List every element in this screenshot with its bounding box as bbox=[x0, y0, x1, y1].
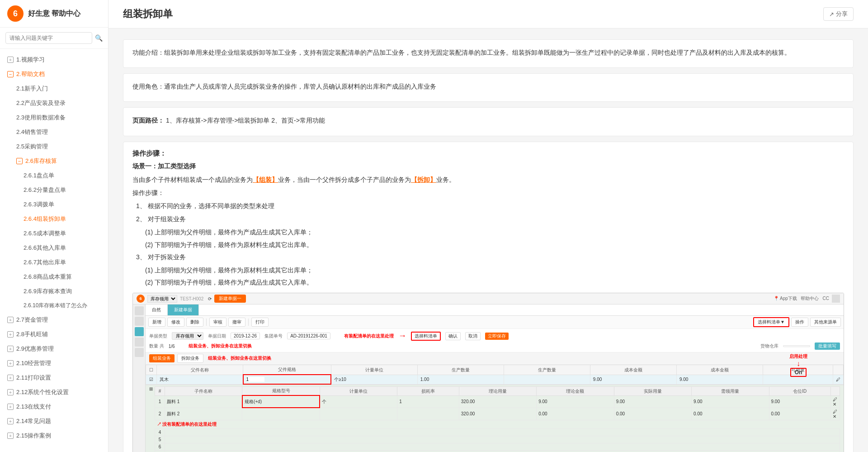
nav-tree: + 1.视频学习 − 2.帮助文档 2.1新手入门 2.2产品安装及登录 2.3… bbox=[0, 49, 108, 452]
empty-seq4: 4 bbox=[155, 428, 165, 436]
bth-name: 子件名称 bbox=[165, 387, 242, 396]
parent-input-field[interactable] bbox=[246, 377, 264, 382]
sidebar-item-inbound[interactable]: 2.6.6其他入库单 bbox=[0, 241, 108, 255]
mock-btn-confirm[interactable]: 确认 bbox=[445, 332, 461, 340]
empty-content5 bbox=[165, 436, 840, 443]
sidebar-item-mobile[interactable]: + 2.8手机旺辅 bbox=[0, 327, 108, 342]
sidebar-item-stockcheck[interactable]: 2.6.9库存账本查询 bbox=[0, 284, 108, 299]
disassemble-type-btn[interactable]: 拆卸业务 bbox=[177, 354, 203, 363]
sidebar-item-print[interactable]: + 2.11打印设置 bbox=[0, 371, 108, 385]
annotation-arrow1: → bbox=[398, 331, 406, 341]
sidebar-header: 6 好生意 帮助中心 bbox=[0, 0, 108, 28]
sidebar-item-sysconfig[interactable]: + 2.12系统个性化设置 bbox=[0, 385, 108, 400]
mock-btn-new[interactable]: 新增 bbox=[148, 318, 165, 327]
sidebar-item-sales[interactable]: 2.4销售管理 bbox=[0, 125, 108, 139]
page-header: 组装拆卸单 ↗ 分享 bbox=[108, 0, 868, 29]
td-check: ☑ bbox=[146, 375, 157, 384]
step3-text: 对于拆装业务 bbox=[148, 253, 186, 261]
sidebar-item-label: 2.6.10库存账本错了怎么办 bbox=[24, 302, 87, 309]
step3-sub2: (2) 下部明细为子件明细，最终作为产成品生成其它入库单。 bbox=[145, 277, 844, 288]
sidebar-item-partial[interactable]: 2.6.2分量盘点单 bbox=[0, 183, 108, 197]
sidebar-item-assembly[interactable]: 2.6.4组装拆卸单 bbox=[0, 212, 108, 226]
search-input[interactable] bbox=[5, 32, 92, 44]
mock-btn-approve[interactable]: 审核 bbox=[209, 318, 226, 327]
sidebar-item-video[interactable]: + 1.视频学习 bbox=[0, 52, 108, 67]
th-produce-qty: 生产数量 bbox=[417, 365, 504, 375]
top-table: ☐ 父件名称 父件规格 计量单位 生产数量 生产数量 成本金额 成本金额 bbox=[146, 365, 844, 385]
mock-btn-cancel[interactable]: 取消 bbox=[465, 332, 481, 340]
mock-sidebar-icon3 bbox=[135, 327, 144, 336]
td-parent-input[interactable] bbox=[243, 375, 331, 384]
sidebar-item-onlinepay[interactable]: + 2.13在线支付 bbox=[0, 400, 108, 414]
sidebar-item-install[interactable]: 2.2产品安装及登录 bbox=[0, 96, 108, 110]
bom-area: 选择料清单▼ bbox=[753, 317, 789, 327]
mock-btn-bom[interactable]: 选择料清单▼ bbox=[753, 317, 789, 327]
sidebar-item-prepare[interactable]: 2.3使用前数据准备 bbox=[0, 110, 108, 125]
assemble-type-btn[interactable]: 组装业务 bbox=[149, 354, 175, 362]
sidebar-item-stocktake[interactable]: 2.6.1盘点单 bbox=[0, 168, 108, 183]
sidebar-item-outbound[interactable]: 2.6.7其他出库单 bbox=[0, 255, 108, 270]
store-field[interactable] bbox=[783, 345, 810, 347]
sidebar-item-docs[interactable]: − 2.帮助文档 bbox=[0, 67, 108, 81]
sidebar-item-accounterror[interactable]: 2.6.10库存账本错了怎么办 bbox=[0, 299, 108, 313]
mock-btn-other[interactable]: 操作 bbox=[791, 318, 808, 327]
td-cost2: 9.00 bbox=[676, 375, 763, 384]
mock-tab-new[interactable]: 新建单据 bbox=[168, 305, 199, 315]
mock-new-doc-btn[interactable]: 新建单据一 bbox=[214, 295, 246, 303]
path-label: 页面路径： bbox=[132, 117, 164, 124]
btd-aqty1: 9.00 bbox=[614, 395, 691, 408]
search-icon[interactable]: 🔍 bbox=[95, 34, 103, 42]
mock-btn-unapprove[interactable]: 撤审 bbox=[228, 318, 245, 327]
sidebar-item-adjust[interactable]: 2.6.3调拨单 bbox=[0, 197, 108, 212]
sidebar-item-label: 2.13在线支付 bbox=[16, 403, 51, 411]
doc-type-field[interactable]: 库存领用 bbox=[172, 332, 203, 340]
count-label: 数量 共 bbox=[149, 343, 164, 349]
mock-btn-other2[interactable]: 其他来源单 bbox=[810, 318, 841, 327]
annotation-row: ↗ 没有装配清单的在这里处理 bbox=[155, 420, 840, 428]
doc-no-field: AD-20191226-001 bbox=[287, 333, 330, 339]
sidebar-item-label: 2.14常见问题 bbox=[16, 417, 51, 425]
mock-btn-print[interactable]: 打印 bbox=[251, 318, 269, 327]
path-content: 1、库存核算->库存管理->组装拆卸单 2、首页->常用功能 bbox=[166, 117, 325, 124]
user-role-section: 使用角色：通常由生产人员或库管人员完成拆装业务的操作，库管人员确认原材料的出库和… bbox=[123, 73, 854, 102]
btd-tamt2: 0.00 bbox=[537, 408, 614, 420]
bth-loss: 损耗率 bbox=[397, 387, 459, 396]
annotation-assembly: 组装业务、拆卸业务在这里切换 bbox=[189, 343, 252, 348]
sidebar-item-faq[interactable]: + 2.14常见问题 bbox=[0, 414, 108, 428]
mock-btn-delete[interactable]: 删除 bbox=[186, 318, 203, 327]
annotation-assembly-text: 组装业务、拆卸业务在这里切换 bbox=[208, 355, 271, 362]
plus-icon: + bbox=[7, 317, 14, 323]
sidebar-item-label: 2.6.2分量盘点单 bbox=[24, 186, 66, 194]
sidebar-item-costcalc[interactable]: 2.6.8商品成本重算 bbox=[0, 270, 108, 284]
mock-btn-select-bom[interactable]: 选择料清单 bbox=[411, 332, 441, 341]
sidebar-item-ops[interactable]: + 2.10经营管理 bbox=[0, 356, 108, 371]
mock-tab-natural[interactable]: 自然 bbox=[146, 305, 168, 315]
window-title: TEST-H002 bbox=[180, 296, 203, 301]
th-check: ☐ bbox=[146, 365, 157, 375]
sidebar-item-purchase[interactable]: 2.5采购管理 bbox=[0, 139, 108, 154]
sidebar-item-coupon[interactable]: + 2.9优惠券管理 bbox=[0, 342, 108, 356]
sidebar-item-label: 2.11打印设置 bbox=[16, 374, 51, 382]
mock-btn-save[interactable]: 立即保存 bbox=[485, 333, 509, 340]
top-table-wrapper: ☐ 父件名称 父件规格 计量单位 生产数量 生产数量 成本金额 成本金额 bbox=[146, 365, 844, 385]
th-cost-amt: 成本金额 bbox=[590, 365, 676, 375]
sub-header-icon: ⊞ bbox=[149, 386, 153, 452]
sidebar-item-finance[interactable]: + 2.7资金管理 bbox=[0, 313, 108, 327]
plus-icon: + bbox=[7, 346, 14, 352]
sidebar-item-label: 2.5采购管理 bbox=[16, 143, 48, 151]
search-box[interactable]: 🔍 bbox=[0, 28, 108, 49]
sidebar-item-newbie[interactable]: 2.1新手入门 bbox=[0, 81, 108, 96]
share-button[interactable]: ↗ 分享 bbox=[823, 7, 854, 21]
bth-theory-amt: 理论金额 bbox=[537, 387, 614, 396]
sidebar-item-cases[interactable]: + 2.15操作案例 bbox=[0, 428, 108, 443]
plus-icon: + bbox=[7, 433, 14, 439]
doc-type-select[interactable]: 库存领用 bbox=[147, 295, 177, 303]
sidebar-item-inventory[interactable]: − 2.6库存核算 bbox=[0, 154, 108, 168]
mock-nav-icons: 📍 App下载 帮助中心 CC bbox=[774, 295, 829, 302]
btd-unit2 bbox=[320, 408, 397, 420]
sidebar-item-cost[interactable]: 2.6.5成本调整单 bbox=[0, 226, 108, 241]
mock-app-header: 6 库存领用 TEST-H002 ⟳ 新建单据一 📍 App下载 帮助中心 CC bbox=[133, 293, 844, 305]
mock-btn-edit[interactable]: 修改 bbox=[167, 318, 184, 327]
mock-btn-batch[interactable]: 批量填写 bbox=[815, 343, 840, 350]
bottom-row1: 1 颜料 1 规格(+d) 个 1 320.00 9.00 9.00 bbox=[155, 395, 840, 408]
